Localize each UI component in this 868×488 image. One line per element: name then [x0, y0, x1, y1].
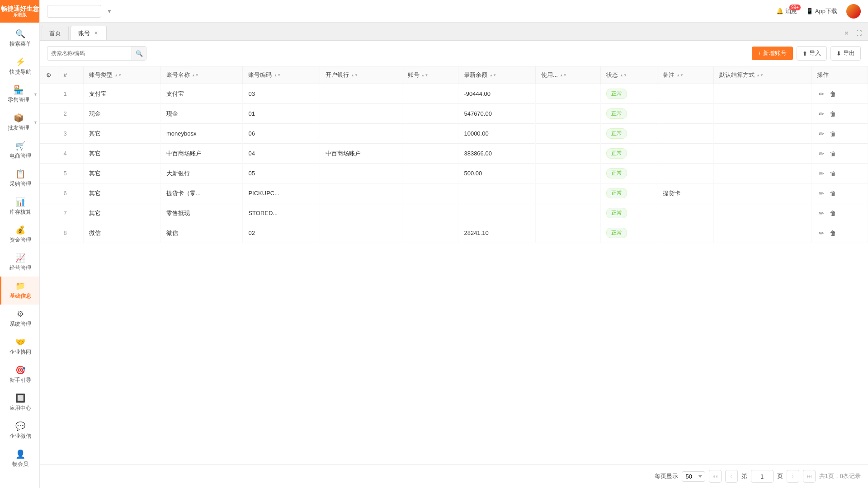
- add-account-button[interactable]: + 新增账号: [752, 47, 793, 60]
- delete-button[interactable]: 🗑: [828, 229, 838, 238]
- app-download-button[interactable]: 📱 App下载: [806, 7, 837, 15]
- last-page-button[interactable]: ⏭: [803, 470, 816, 483]
- sidebar-item-member[interactable]: 👤 畅会员: [0, 445, 39, 473]
- cell-remark: [657, 223, 714, 243]
- system-icon: ⚙: [17, 309, 24, 319]
- edit-button[interactable]: ✏: [817, 129, 826, 138]
- table-row: 2 现金 现金 01 547670.00 正常 ✏ 🗑: [40, 104, 868, 124]
- sidebar-item-purchase[interactable]: 📋 采购管理: [0, 164, 39, 192]
- cell-status: 正常: [601, 203, 657, 223]
- sidebar-item-collab[interactable]: 🤝 企业协同: [0, 333, 39, 361]
- message-button[interactable]: 🔔 消息 99+: [776, 7, 797, 15]
- cell-remark: [657, 84, 714, 104]
- cell-balance: 547670.00: [458, 104, 536, 124]
- status-badge: 正常: [606, 208, 627, 218]
- cell-type: 支付宝: [84, 84, 161, 104]
- col-balance[interactable]: 最新余额▲▼: [458, 66, 536, 84]
- user-avatar[interactable]: [846, 4, 861, 19]
- delete-button[interactable]: 🗑: [828, 209, 838, 218]
- cell-settings: [40, 84, 58, 104]
- sidebar-item-wholesale[interactable]: 📦 批发管理 ▼: [0, 108, 39, 136]
- cell-action: ✏ 🗑: [811, 164, 868, 183]
- tab-accounts[interactable]: 账号 ✕: [71, 26, 107, 40]
- sidebar-item-label: 新手引导: [9, 376, 31, 384]
- cell-usage: [536, 84, 601, 104]
- cell-settings: [40, 164, 58, 183]
- col-remark[interactable]: 备注▲▼: [657, 66, 714, 84]
- edit-button[interactable]: ✏: [817, 149, 826, 158]
- tab-home[interactable]: 首页: [42, 26, 69, 40]
- edit-button[interactable]: ✏: [817, 209, 826, 218]
- cell-balance: 10000.00: [458, 124, 536, 144]
- cell-num: 3: [58, 124, 84, 144]
- table-row: 5 其它 大新银行 05 500.00 正常 ✏ 🗑: [40, 164, 868, 183]
- col-bank[interactable]: 开户银行▲▼: [320, 66, 402, 84]
- table-row: 1 支付宝 支付宝 03 -90444.00 正常 ✏ 🗑: [40, 84, 868, 104]
- sidebar-item-operations[interactable]: 📈 经营管理: [0, 249, 39, 277]
- delete-button[interactable]: 🗑: [828, 109, 838, 118]
- top-search-input[interactable]: [47, 5, 101, 18]
- search-input[interactable]: [47, 50, 132, 56]
- cell-action: ✏ 🗑: [811, 124, 868, 144]
- import-button[interactable]: ⬆ 导入: [797, 46, 827, 61]
- cell-remark: [657, 203, 714, 223]
- cell-default-settle: [713, 124, 811, 144]
- sidebar-item-guide[interactable]: 🎯 新手引导: [0, 361, 39, 389]
- cell-code: STORED...: [243, 203, 320, 223]
- cell-num: 4: [58, 144, 84, 164]
- col-status[interactable]: 状态▲▼: [601, 66, 657, 84]
- next-page-button[interactable]: ›: [787, 470, 799, 483]
- edit-button[interactable]: ✏: [817, 229, 826, 238]
- sidebar-item-finance[interactable]: 💰 资金管理: [0, 221, 39, 249]
- message-badge: 99+: [789, 5, 801, 10]
- sidebar-item-system[interactable]: ⚙ 系统管理: [0, 305, 39, 333]
- cell-bank: [320, 164, 402, 183]
- collab-icon: 🤝: [15, 337, 25, 347]
- col-account[interactable]: 账号▲▼: [402, 66, 458, 84]
- col-usage[interactable]: 使用...▲▼: [536, 66, 601, 84]
- export-button[interactable]: ⬇ 导出: [830, 46, 861, 61]
- cell-code: 01: [243, 104, 320, 124]
- delete-button[interactable]: 🗑: [828, 189, 838, 198]
- edit-button[interactable]: ✏: [817, 189, 826, 198]
- cell-num: 8: [58, 223, 84, 243]
- sidebar-item-basic-info[interactable]: 📁 基础信息: [0, 277, 39, 305]
- edit-button[interactable]: ✏: [817, 89, 826, 99]
- cell-status: 正常: [601, 144, 657, 164]
- sidebar-item-search[interactable]: 🔍 搜索菜单: [0, 24, 39, 52]
- delete-button[interactable]: 🗑: [828, 129, 838, 138]
- sidebar-item-wechat[interactable]: 💬 企业微信: [0, 417, 39, 445]
- sidebar-item-appcenter[interactable]: 🔲 应用中心: [0, 389, 39, 417]
- sidebar-item-inventory[interactable]: 📊 库存核算: [0, 192, 39, 221]
- sidebar-item-quicknav[interactable]: ⚡ 快捷导航: [0, 52, 39, 80]
- sidebar-item-retail[interactable]: 🏪 零售管理 ▼: [0, 80, 39, 108]
- cell-action: ✏ 🗑: [811, 223, 868, 243]
- sidebar-item-label: 库存核算: [9, 208, 31, 216]
- col-default-settle[interactable]: 默认结算方式▲▼: [713, 66, 811, 84]
- tab-maximize-button[interactable]: ⛶: [854, 28, 864, 38]
- cell-balance: 28241.10: [458, 223, 536, 243]
- edit-button[interactable]: ✏: [817, 169, 826, 178]
- tab-close-icon[interactable]: ✕: [93, 30, 99, 37]
- cell-account: [402, 144, 458, 164]
- delete-button[interactable]: 🗑: [828, 149, 838, 158]
- cell-balance: 500.00: [458, 164, 536, 183]
- search-button[interactable]: 🔍: [132, 46, 146, 61]
- per-page-select[interactable]: 50 100 200: [682, 471, 705, 482]
- chevron-down-icon[interactable]: ▼: [107, 8, 112, 14]
- prev-page-button[interactable]: ‹: [725, 470, 738, 483]
- col-code[interactable]: 账号编码▲▼: [243, 66, 320, 84]
- col-settings[interactable]: ⚙: [40, 66, 58, 84]
- tab-close-page-button[interactable]: ✕: [841, 28, 852, 38]
- cell-default-settle: [713, 223, 811, 243]
- delete-button[interactable]: 🗑: [828, 89, 838, 99]
- cell-usage: [536, 203, 601, 223]
- delete-button[interactable]: 🗑: [828, 169, 838, 178]
- edit-button[interactable]: ✏: [817, 109, 826, 118]
- sidebar-item-ecommerce[interactable]: 🛒 电商管理: [0, 136, 39, 164]
- import-icon: ⬆: [802, 50, 807, 57]
- col-name[interactable]: 账号名称▲▼: [160, 66, 243, 84]
- col-type[interactable]: 账号类型▲▼: [84, 66, 161, 84]
- page-number-input[interactable]: [751, 470, 774, 483]
- first-page-button[interactable]: ⏮: [709, 470, 722, 483]
